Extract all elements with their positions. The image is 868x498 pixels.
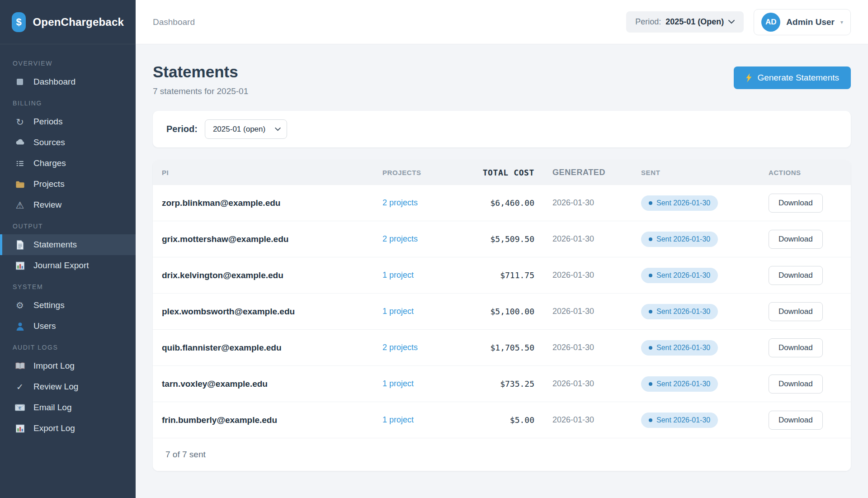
projects-link[interactable]: 1 project (382, 415, 414, 424)
sidebar-item-periods[interactable]: ↻ Periods (0, 111, 136, 132)
sidebar: $ OpenChargeback OVERVIEW Dashboard BILL… (0, 0, 136, 498)
projects-link[interactable]: 2 projects (382, 198, 418, 207)
projects-link[interactable]: 2 projects (382, 234, 418, 243)
sidebar-item-label: Dashboard (33, 77, 75, 87)
sidebar-item-label: Charges (33, 158, 66, 168)
sidebar-item-review[interactable]: ⚠ Review (0, 194, 136, 215)
pi-cell: frin.bumberly@example.edu (153, 415, 382, 425)
sidebar-item-email-log[interactable]: E Email Log (0, 397, 136, 418)
sidebar-item-charges[interactable]: Charges (0, 153, 136, 174)
sent-badge: Sent 2026-01-30 (641, 376, 718, 392)
total-cost-cell: $711.75 (471, 270, 534, 280)
download-button[interactable]: Download (769, 194, 823, 213)
generate-statements-label: Generate Statements (757, 73, 839, 83)
sidebar-item-label: Statements (33, 240, 77, 250)
column-header-generated: GENERATED (534, 168, 641, 177)
app-title: OpenChargeback (33, 16, 124, 28)
download-button[interactable]: Download (769, 230, 823, 249)
sidebar-item-label: Sources (33, 138, 65, 147)
email-icon: E (14, 404, 26, 411)
period-select[interactable]: 2025-01 (open) (205, 119, 287, 139)
total-cost-cell: $5,100.00 (471, 307, 534, 316)
sidebar-item-import-log[interactable]: Import Log (0, 356, 136, 376)
sidebar-section-label: AUDIT LOGS (0, 337, 136, 356)
sent-badge-label: Sent 2026-01-30 (656, 344, 710, 352)
table-row: grix.mottershaw@example.edu 2 projects $… (153, 221, 851, 257)
page-header: Statements 7 statements for 2025-01 Gene… (153, 63, 851, 96)
sent-badge-label: Sent 2026-01-30 (656, 199, 710, 207)
period-filter-card: Period: 2025-01 (open) (153, 111, 851, 147)
sidebar-section-label: BILLING (0, 92, 136, 111)
sidebar-item-label: Review Log (33, 382, 78, 392)
avatar: AD (761, 13, 780, 32)
sidebar-item-sources[interactable]: Sources (0, 132, 136, 153)
sent-dot-icon (649, 237, 652, 241)
sidebar-item-export-log[interactable]: Export Log (0, 418, 136, 439)
list-icon (14, 159, 26, 168)
sent-badge-label: Sent 2026-01-30 (656, 308, 710, 316)
generated-cell: 2026-01-30 (534, 270, 641, 280)
user-name: Admin User (786, 17, 835, 27)
warning-icon: ⚠ (14, 200, 26, 210)
sent-badge: Sent 2026-01-30 (641, 195, 718, 211)
generated-cell: 2026-01-30 (534, 379, 641, 389)
generated-cell: 2026-01-30 (534, 234, 641, 244)
projects-link[interactable]: 1 project (382, 270, 414, 280)
statements-table: PI PROJECTS TOTAL COST GENERATED SENT AC… (153, 160, 851, 471)
sent-badge: Sent 2026-01-30 (641, 232, 718, 247)
table-row: plex.wombsworth@example.edu 1 project $5… (153, 293, 851, 329)
refresh-icon: ↻ (14, 117, 26, 127)
projects-link[interactable]: 2 projects (382, 343, 418, 352)
sidebar-item-label: Settings (33, 300, 65, 310)
download-button[interactable]: Download (769, 266, 823, 285)
table-header-row: PI PROJECTS TOTAL COST GENERATED SENT AC… (153, 160, 851, 185)
topbar-period-value: 2025-01 (Open) (665, 17, 724, 27)
total-cost-cell: $1,705.50 (471, 343, 534, 352)
gear-icon: ⚙ (14, 301, 26, 310)
sidebar-item-users[interactable]: Users (0, 316, 136, 337)
pi-cell: tarn.voxley@example.edu (153, 379, 382, 389)
pi-cell: drix.kelvington@example.edu (153, 270, 382, 280)
generated-cell: 2026-01-30 (534, 343, 641, 352)
column-header-total-cost: TOTAL COST (471, 168, 534, 177)
generated-cell: 2026-01-30 (534, 307, 641, 316)
dollar-logo-icon: $ (12, 12, 26, 32)
topbar-period-selector[interactable]: Period: 2025-01 (Open) (626, 11, 744, 33)
main-content: Statements 7 statements for 2025-01 Gene… (136, 45, 868, 498)
svg-text:E: E (19, 406, 21, 410)
pi-cell: grix.mottershaw@example.edu (153, 234, 382, 244)
sidebar-item-dashboard[interactable]: Dashboard (0, 71, 136, 92)
generate-statements-button[interactable]: Generate Statements (734, 66, 851, 89)
sent-badge: Sent 2026-01-30 (641, 268, 718, 283)
sidebar-item-journal-export[interactable]: Journal Export (0, 255, 136, 276)
download-button[interactable]: Download (769, 411, 823, 430)
sidebar-item-label: Periods (33, 117, 62, 127)
download-button[interactable]: Download (769, 302, 823, 321)
sidebar-item-projects[interactable]: Projects (0, 174, 136, 194)
sidebar-item-label: Email Log (33, 403, 72, 413)
sent-dot-icon (649, 346, 652, 350)
generated-cell: 2026-01-30 (534, 198, 641, 208)
sidebar-item-label: Import Log (33, 361, 75, 371)
table-row: zorp.blinkman@example.edu 2 projects $6,… (153, 185, 851, 221)
sent-dot-icon (649, 274, 652, 277)
projects-link[interactable]: 1 project (382, 307, 414, 316)
sidebar-item-settings[interactable]: ⚙ Settings (0, 295, 136, 316)
sidebar-item-statements[interactable]: Statements (0, 234, 136, 255)
sent-dot-icon (649, 418, 652, 422)
column-header-projects: PROJECTS (382, 169, 471, 176)
sent-dot-icon (649, 310, 652, 313)
period-select-wrap: 2025-01 (open) (205, 119, 287, 139)
total-cost-cell: $735.25 (471, 379, 534, 389)
topbar: Dashboard Period: 2025-01 (Open) AD Admi… (136, 0, 868, 44)
sidebar-item-review-log[interactable]: ✓ Review Log (0, 376, 136, 397)
download-button[interactable]: Download (769, 375, 823, 394)
column-header-actions: ACTIONS (769, 169, 851, 176)
pi-cell: plex.wombsworth@example.edu (153, 307, 382, 317)
projects-link[interactable]: 1 project (382, 379, 414, 388)
download-button[interactable]: Download (769, 338, 823, 357)
topbar-period-label: Period: (635, 17, 661, 27)
user-menu[interactable]: AD Admin User ▾ (754, 9, 851, 35)
sidebar-item-label: Users (33, 321, 56, 331)
sent-badge-label: Sent 2026-01-30 (656, 235, 710, 243)
